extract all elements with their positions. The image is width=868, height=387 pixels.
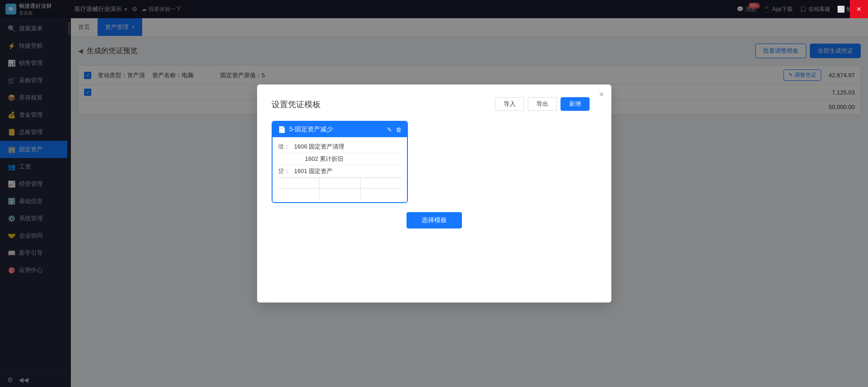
account-code-1: 1606 固定资产清理: [293, 143, 345, 151]
template-doc-icon: 📄: [278, 126, 286, 133]
tg-cell-1-1: [278, 178, 319, 188]
template-title: 5-固定资产减少: [289, 125, 383, 134]
account-code-3: 1601 固定资产: [293, 167, 333, 175]
template-grid: [278, 178, 402, 198]
tg-cell-2-1: [278, 189, 319, 198]
template-card-body: 借： 1606 固定资产清理 1602 累计折旧 贷： 1601 固定资产: [273, 137, 407, 202]
export-btn[interactable]: 导出: [528, 97, 557, 111]
select-template-btn[interactable]: 选择模板: [407, 212, 462, 228]
template-edit-icon[interactable]: ✎: [387, 126, 392, 133]
template-card: 📄 5-固定资产减少 ✎ 🗑 借： 1606 固定资产清理 1602 累计折旧: [272, 121, 408, 203]
template-entry-row-1: 借： 1606 固定资产清理: [278, 141, 402, 153]
template-card-header: 📄 5-固定资产减少 ✎ 🗑: [273, 122, 407, 137]
tg-cell-2-3: [361, 189, 402, 198]
debit-label-1: 借：: [278, 143, 293, 151]
account-code-2: 1602 累计折旧: [303, 155, 344, 163]
template-grid-row-1: [278, 178, 402, 189]
template-delete-icon[interactable]: 🗑: [396, 126, 402, 133]
window-controls: — ⬜ ✕: [813, 0, 868, 18]
tg-cell-1-2: [319, 178, 361, 188]
tg-cell-1-3: [361, 178, 402, 188]
modal-overlay: × 设置凭证模板 导入 导出 新增 📄 5-固定资产减少 ✎ 🗑 借： 1606: [0, 0, 868, 387]
minimize-btn[interactable]: —: [813, 0, 832, 18]
credit-label-3: 贷：: [278, 167, 293, 175]
new-template-btn[interactable]: 新增: [560, 97, 590, 111]
import-btn[interactable]: 导入: [495, 97, 524, 111]
modal-set-voucher-template: × 设置凭证模板 导入 导出 新增 📄 5-固定资产减少 ✎ 🗑 借： 1606: [257, 84, 611, 303]
template-entry-row-2: 1602 累计折旧: [278, 153, 402, 165]
template-actions: ✎ 🗑: [387, 126, 402, 133]
select-template-area: 选择模板: [272, 212, 597, 228]
template-entry-row-3: 贷： 1601 固定资产: [278, 165, 402, 178]
close-btn[interactable]: ✕: [850, 0, 868, 18]
modal-close-btn[interactable]: ×: [599, 90, 604, 99]
tg-cell-2-2: [319, 189, 361, 198]
template-grid-row-2: [278, 189, 402, 198]
maximize-btn[interactable]: ⬜: [832, 0, 850, 18]
modal-toolbar: 导入 导出 新增: [495, 97, 590, 111]
